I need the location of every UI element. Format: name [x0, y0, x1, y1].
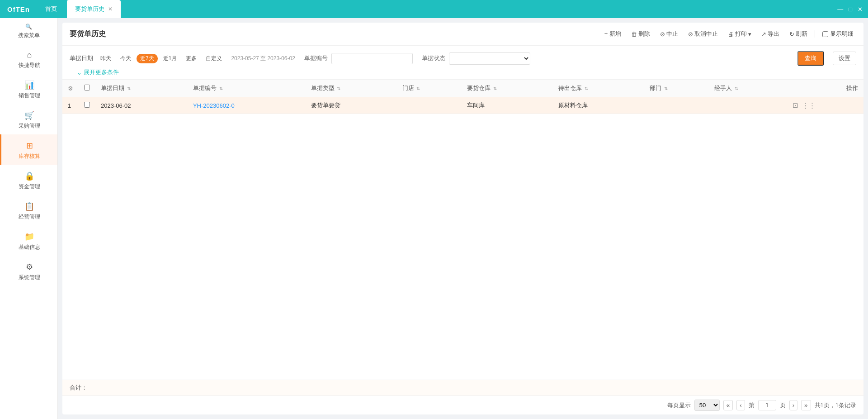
- sidebar-item-sales[interactable]: 📊 销售管理: [0, 74, 57, 104]
- sort-pending-warehouse-icon[interactable]: ⇅: [585, 86, 588, 91]
- basic-info-icon: 📁: [24, 232, 34, 242]
- sidebar-search[interactable]: 🔍 搜索菜单: [0, 18, 57, 44]
- data-table: ⚙ 单据日期 ⇅ 单据编号 ⇅: [62, 80, 863, 114]
- display-detail-btn[interactable]: 显示明细: [820, 28, 856, 40]
- select-all-checkbox[interactable]: [84, 85, 90, 90]
- finance-icon: 🔒: [24, 171, 34, 181]
- last-page-btn[interactable]: »: [801, 400, 811, 410]
- sort-doc-type-icon[interactable]: ⇅: [337, 86, 340, 91]
- date-btn-7days[interactable]: 近7天: [137, 54, 158, 63]
- print-btn[interactable]: 🖨 打印 ▾: [725, 28, 754, 40]
- operations-icon: 📋: [24, 201, 34, 211]
- table-wrap: ⚙ 单据日期 ⇅ 单据编号 ⇅: [62, 80, 863, 380]
- date-btn-yesterday[interactable]: 昨天: [97, 54, 115, 63]
- query-btn[interactable]: 查询: [797, 51, 824, 66]
- cancel-stop-icon: ⊘: [688, 31, 693, 38]
- col-doc-no: 单据编号 ⇅: [188, 80, 306, 97]
- next-page-btn[interactable]: ›: [789, 400, 797, 410]
- search-icon: 🔍: [25, 24, 32, 30]
- sort-doc-date-icon[interactable]: ⇅: [127, 86, 131, 91]
- cell-doc-type: 要货单要货: [306, 97, 397, 114]
- sidebar-item-inventory[interactable]: ⊞ 库存核算: [0, 134, 57, 165]
- sort-req-warehouse-icon[interactable]: ⇅: [493, 86, 497, 91]
- col-req-warehouse: 要货仓库 ⇅: [462, 80, 553, 97]
- tab-requisition-history[interactable]: 要货单历史 ✕: [67, 0, 121, 18]
- page-title: 要货单历史: [70, 29, 106, 39]
- sidebar-item-quick-nav[interactable]: ⌂ 快捷导航: [0, 44, 57, 74]
- expand-icon: ⌄: [77, 69, 82, 76]
- col-dept: 部门 ⇅: [644, 80, 709, 97]
- prev-page-btn[interactable]: ‹: [736, 400, 745, 410]
- filter-date-label: 单据日期: [70, 54, 93, 62]
- per-page-label: 每页显示: [667, 401, 691, 409]
- cell-num: 1: [62, 97, 79, 114]
- refresh-btn[interactable]: ↻ 刷新: [787, 28, 810, 40]
- date-btn-custom[interactable]: 自定义: [202, 54, 226, 63]
- cancel-stop-btn[interactable]: ⊘ 取消中止: [685, 28, 721, 40]
- tab-home[interactable]: 首页: [37, 0, 65, 18]
- settings-btn[interactable]: 设置: [833, 52, 856, 65]
- maximize-btn[interactable]: □: [849, 6, 852, 13]
- col-handler: 经手人 ⇅: [709, 80, 787, 97]
- window-close-btn[interactable]: ✕: [858, 6, 863, 13]
- sidebar-item-finance[interactable]: 🔒 资金管理: [0, 165, 57, 195]
- op-view-icon[interactable]: ⊡: [793, 101, 798, 110]
- minimize-btn[interactable]: —: [837, 6, 843, 13]
- filter-doc-status-label: 单据状态: [422, 54, 445, 62]
- date-btn-1month[interactable]: 近1月: [160, 54, 181, 63]
- summary-label: 合计：: [70, 384, 87, 391]
- row-checkbox[interactable]: [84, 102, 90, 108]
- filter-bar: 单据日期 昨天 今天 近7天 近1月 更多 自定义 2023-05-27 至 2…: [62, 46, 863, 80]
- sort-handler-icon[interactable]: ⇅: [735, 86, 738, 91]
- table-header-row: ⚙ 单据日期 ⇅ 单据编号 ⇅: [62, 80, 863, 97]
- print-icon: 🖨: [728, 31, 734, 38]
- brand-logo: OfTEn: [0, 5, 37, 13]
- sidebar-item-basic-info[interactable]: 📁 基础信息: [0, 225, 57, 256]
- sidebar-item-operations[interactable]: 📋 经营管理: [0, 195, 57, 225]
- table-settings-icon[interactable]: ⚙: [68, 85, 73, 92]
- doc-status-select[interactable]: [449, 52, 530, 65]
- sidebar-item-purchase[interactable]: 🛒 采购管理: [0, 104, 57, 134]
- quick-nav-icon: ⌂: [27, 50, 32, 60]
- date-btn-group: 昨天 今天 近7天 近1月 更多 自定义: [97, 54, 226, 63]
- page-input[interactable]: [758, 400, 776, 410]
- close-tab-icon[interactable]: ✕: [108, 6, 113, 12]
- per-page-select[interactable]: 20 50 100: [694, 400, 720, 411]
- col-checkbox: [79, 80, 95, 97]
- expand-more-btn[interactable]: ⌄ 展开更多条件: [77, 68, 856, 76]
- export-icon: ↗: [761, 31, 766, 38]
- date-btn-more[interactable]: 更多: [182, 54, 200, 63]
- date-btn-today[interactable]: 今天: [117, 54, 135, 63]
- first-page-btn[interactable]: «: [723, 400, 733, 410]
- cell-handler: [709, 97, 787, 114]
- sort-dept-icon[interactable]: ⇅: [664, 86, 668, 91]
- col-operation: 操作: [787, 80, 863, 97]
- page-suffix-label: 页: [780, 401, 786, 409]
- sort-store-icon[interactable]: ⇅: [416, 86, 420, 91]
- table-footer: 合计：: [62, 380, 863, 395]
- filter-row: 单据日期 昨天 今天 近7天 近1月 更多 自定义 2023-05-27 至 2…: [70, 51, 856, 66]
- col-doc-date: 单据日期 ⇅: [95, 80, 188, 97]
- doc-no-link[interactable]: YH-20230602-0: [193, 102, 235, 109]
- date-range-display: 2023-05-27 至 2023-06-02: [231, 55, 295, 62]
- top-bar: OfTEn 首页 要货单历史 ✕ — □ ✕: [0, 0, 868, 18]
- purchase-icon: 🛒: [24, 110, 34, 120]
- new-btn[interactable]: + 新增: [602, 28, 624, 40]
- export-btn[interactable]: ↗ 导出: [759, 28, 782, 40]
- op-more-icon[interactable]: ⋮⋮: [802, 101, 816, 110]
- filter-date: 单据日期 昨天 今天 近7天 近1月 更多 自定义 2023-05-27 至 2…: [70, 54, 295, 63]
- stop-icon: ⊘: [660, 31, 665, 38]
- page-header: 要货单历史 + 新增 🗑 删除 ⊘ 中止 ⊘ 取消中止: [62, 23, 863, 46]
- col-settings: ⚙: [62, 80, 79, 97]
- cell-store: [397, 97, 462, 114]
- cell-pending-warehouse: 原材料仓库: [553, 97, 644, 114]
- pagination-bar: 每页显示 20 50 100 « ‹ 第 页 › » 共1页，1条记录: [62, 395, 863, 414]
- doc-no-input[interactable]: [331, 53, 413, 64]
- display-detail-checkbox[interactable]: [822, 31, 828, 37]
- delete-btn[interactable]: 🗑 删除: [628, 28, 653, 40]
- sidebar-item-system[interactable]: ⚙ 系统管理: [0, 256, 57, 286]
- table-body: 1 2023-06-02 YH-20230602-0 要货单要货 车间库 原材料…: [62, 97, 863, 114]
- page-container: 要货单历史 + 新增 🗑 删除 ⊘ 中止 ⊘ 取消中止: [62, 23, 863, 414]
- sort-doc-no-icon[interactable]: ⇅: [219, 86, 223, 91]
- stop-btn[interactable]: ⊘ 中止: [657, 28, 681, 40]
